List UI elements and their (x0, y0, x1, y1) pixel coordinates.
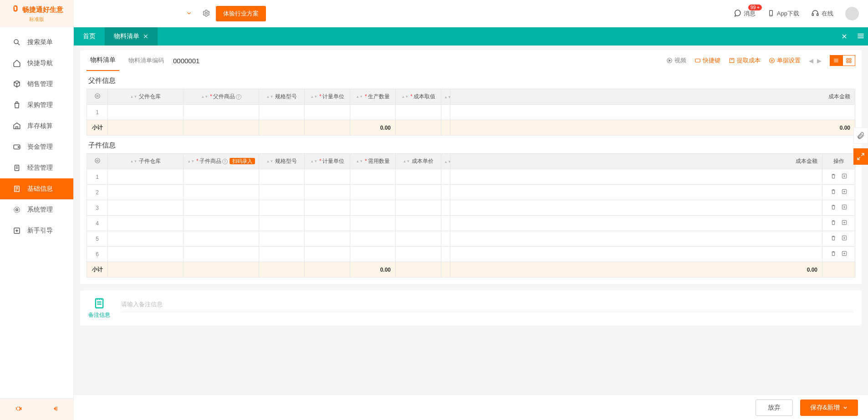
expand-floater[interactable] (853, 148, 868, 165)
col-cost-price[interactable]: ▲▼成本单价 (396, 154, 441, 169)
doc-tab[interactable]: 物料清单 (87, 50, 119, 71)
help-icon[interactable]: ? (222, 159, 228, 164)
view-list-button[interactable] (830, 55, 842, 66)
tab-bom[interactable]: 物料清单 ✕ (105, 27, 158, 46)
sidebar-item-system[interactable]: 系统管理 (0, 199, 73, 220)
collapse-sidebar-icon[interactable] (51, 405, 59, 414)
sidebar-item-purchase[interactable]: 采购管理 (0, 95, 73, 116)
delete-row-icon[interactable] (830, 173, 837, 181)
attachment-floater[interactable] (853, 127, 868, 144)
svg-line-2 (18, 43, 20, 45)
col-gear[interactable] (87, 154, 108, 169)
content: 物料清单 物料清单编码 0000001 视频 快捷键 提取成本 单据设置 ◀ ▶ (74, 46, 868, 420)
svg-line-70 (862, 153, 864, 156)
sidebar-item-funds[interactable]: 资金管理 (0, 137, 73, 157)
settings-gear-icon[interactable] (14, 405, 22, 414)
sidebar-item-sales[interactable]: 销售管理 (0, 74, 73, 95)
view-grid-button[interactable] (842, 55, 855, 66)
topbar: 体验行业方案 消息 99 + App下载 在线 (74, 0, 868, 27)
svg-rect-21 (812, 13, 813, 15)
col-parent-product[interactable]: ▲▼*父件商品? (184, 89, 259, 105)
footer-bar: 放弃 保存&新增 (74, 395, 868, 420)
delete-row-icon[interactable] (830, 188, 837, 196)
svg-point-13 (16, 209, 18, 211)
sidebar-item-label: 资金管理 (27, 143, 53, 151)
message-icon (733, 9, 741, 19)
col-gear[interactable] (87, 89, 108, 105)
col-blank[interactable]: ▲▼ (441, 89, 450, 105)
parent-section-title: 父件信息 (87, 71, 855, 89)
delete-row-icon[interactable] (830, 204, 837, 212)
col-blank[interactable]: ▲▼ (441, 154, 450, 169)
svg-point-0 (14, 6, 15, 7)
messages-link[interactable]: 消息 99 + (733, 9, 756, 19)
table-row[interactable]: 4 (87, 216, 855, 231)
col-cost-amount[interactable]: 成本金额 (450, 89, 855, 105)
col-spec[interactable]: ▲▼规格型号 (259, 154, 305, 169)
tabbar-menu[interactable] (853, 31, 868, 42)
delete-row-icon[interactable] (830, 250, 837, 258)
col-uom[interactable]: ▲▼*计量单位 (305, 154, 350, 169)
col-cost-amount[interactable]: 成本金额 (450, 154, 822, 169)
col-child-product[interactable]: ▲▼*子件商品?扫码录入 (184, 154, 259, 169)
extract-cost-link[interactable]: 提取成本 (729, 56, 761, 65)
add-row-icon[interactable] (841, 173, 848, 181)
delete-row-icon[interactable] (830, 235, 837, 243)
table-row[interactable]: 1 (87, 105, 855, 120)
prev-doc-icon[interactable]: ◀ (809, 57, 813, 64)
table-row[interactable]: 1 (87, 169, 855, 185)
sidebar-item-guide[interactable]: 新手引导 (0, 220, 73, 241)
doc-card: 物料清单 物料清单编码 0000001 视频 快捷键 提取成本 单据设置 ◀ ▶ (80, 50, 862, 284)
help-icon[interactable]: ? (236, 94, 241, 100)
table-row[interactable]: 5 (87, 231, 855, 247)
tab-home[interactable]: 首页 (74, 27, 105, 46)
subtotal-row: 小计0.000.00 (87, 120, 855, 136)
doc-nav-arrows: ◀ ▶ (809, 57, 822, 64)
table-row[interactable]: 6 (87, 247, 855, 262)
save-new-button[interactable]: 保存&新增 (800, 400, 858, 416)
online-support-link[interactable]: 在线 (811, 9, 833, 19)
child-grid: ▲▼子件仓库 ▲▼*子件商品?扫码录入 ▲▼规格型号 ▲▼*计量单位 ▲▼*需用… (87, 153, 855, 278)
delete-row-icon[interactable] (830, 219, 837, 227)
add-row-icon[interactable] (841, 250, 848, 258)
doc-settings-link[interactable]: 单据设置 (769, 56, 801, 65)
svg-marker-29 (669, 60, 671, 62)
cta-button[interactable]: 体验行业方案 (216, 6, 266, 21)
col-cost-method[interactable]: ▲▼*成本取值 (396, 89, 441, 105)
table-row[interactable]: 3 (87, 200, 855, 216)
messages-label: 消息 (744, 10, 756, 18)
shortcut-link[interactable]: 快捷键 (694, 56, 720, 65)
sidebar-item-inventory[interactable]: 库存核算 (0, 116, 73, 137)
col-parent-warehouse[interactable]: ▲▼父件仓库 (108, 89, 184, 105)
col-uom[interactable]: ▲▼*计量单位 (305, 89, 350, 105)
org-selector[interactable] (83, 6, 197, 21)
avatar[interactable] (845, 7, 859, 20)
col-prod-qty[interactable]: ▲▼*生产数量 (350, 89, 396, 105)
add-row-icon[interactable] (841, 188, 848, 196)
brand-name: 畅捷通好生意 (22, 5, 63, 14)
add-row-icon[interactable] (841, 235, 848, 243)
next-doc-icon[interactable]: ▶ (817, 57, 822, 64)
chevron-down-icon (186, 10, 192, 18)
svg-point-18 (205, 12, 208, 14)
add-row-icon[interactable] (841, 219, 848, 227)
remarks-input[interactable] (121, 297, 853, 312)
sidebar-item-operations[interactable]: 经营管理 (0, 157, 73, 178)
discard-button[interactable]: 放弃 (756, 400, 793, 416)
sidebar-item-search[interactable]: 搜索菜单 (0, 32, 73, 53)
close-all-tabs[interactable] (835, 33, 853, 40)
add-row-icon[interactable] (841, 204, 848, 212)
sidebar-item-base-info[interactable]: 基础信息 (0, 178, 73, 199)
settings-icon[interactable] (202, 9, 210, 19)
video-help-link[interactable]: 视频 (666, 56, 686, 65)
svg-rect-40 (847, 61, 848, 63)
col-spec[interactable]: ▲▼规格型号 (259, 89, 305, 105)
gear-dotted-icon (13, 206, 21, 214)
close-icon[interactable]: ✕ (143, 33, 148, 40)
sidebar-item-quicknav[interactable]: 快捷导航 (0, 53, 73, 74)
table-row[interactable]: 2 (87, 185, 855, 200)
col-child-warehouse[interactable]: ▲▼子件仓库 (108, 154, 184, 169)
app-download-link[interactable]: App下载 (767, 10, 799, 18)
col-need-qty[interactable]: ▲▼*需用数量 (350, 154, 396, 169)
scan-entry-badge[interactable]: 扫码录入 (230, 158, 255, 164)
